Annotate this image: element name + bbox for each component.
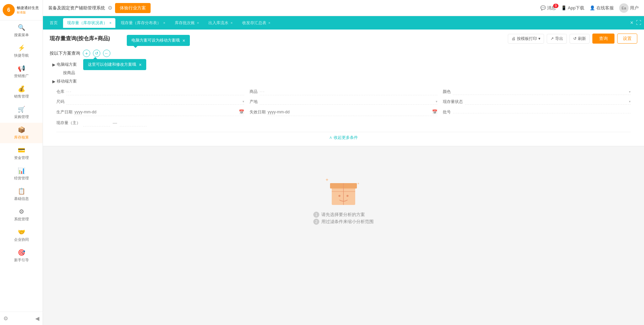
sidebar-item-system[interactable]: ⚙ 系统管理 (0, 205, 43, 225)
produce-date-input-wrap[interactable]: 📅 (74, 108, 244, 116)
app-download-action[interactable]: 📱 App下载 (561, 5, 584, 11)
origin-select[interactable]: ▾ (260, 99, 437, 105)
sidebar-item-finance[interactable]: 💳 资金管理 (0, 143, 43, 164)
expiry-date-calendar-icon[interactable]: 📅 (432, 109, 437, 114)
settings-button[interactable]: 设置 (617, 34, 637, 44)
desktop-tooltip-close[interactable]: × (182, 38, 185, 43)
tab-in-out-flow[interactable]: 出入库流水 × (204, 18, 236, 28)
industry-button[interactable]: 体验行业方案 (115, 3, 151, 13)
tab-inventory-status[interactable]: 现存量（库存状况表） × (63, 18, 115, 28)
sidebar-label-finance: 资金管理 (14, 155, 29, 160)
produce-date-input[interactable] (74, 110, 237, 114)
inventory-nav-icon: 📦 (18, 126, 25, 133)
sidebar-item-guide[interactable]: 🎯 新手引导 (0, 246, 43, 266)
svg-point-5 (346, 195, 348, 197)
range-separator: — (113, 120, 117, 125)
search-nav-icon: 🔍 (18, 24, 25, 31)
stock-range-max-input[interactable] (120, 119, 147, 126)
filter-section: 按以下方案查询 + ↺ ← 电脑方案可设为移动方案哦 × 这里可以创建和修改方案… (50, 47, 637, 86)
user-action[interactable]: Ea 用户 (619, 3, 639, 13)
color-select[interactable]: ▾ (453, 89, 631, 95)
sidebar: 6 畅捷通好生意 标准版 🔍 搜索菜单 ⚡ 快捷导航 📢 营销推广 💰 销售管理… (0, 0, 43, 325)
svg-text:✦: ✦ (357, 182, 360, 185)
warehouse-input[interactable]: ··· (66, 88, 244, 95)
tab-close-inventory-dist[interactable]: × (163, 21, 165, 25)
export-button[interactable]: ↗ 导出 (547, 34, 567, 44)
product-label: 商品 (250, 89, 258, 95)
tab-collect-summary-label: 收发存汇总表 (242, 20, 266, 26)
sidebar-item-purchase[interactable]: 🛒 采购管理 (0, 102, 43, 123)
empty-tips: 1 请先选择要分析的方案 2 用过滤条件来缩小分析范围 (313, 211, 374, 226)
product-dots: ··· (260, 89, 265, 94)
marketing-nav-icon: 📢 (18, 65, 25, 72)
refresh-icon: ↺ (573, 36, 577, 41)
stock-range-min-input[interactable] (83, 119, 110, 126)
sidebar-item-nav[interactable]: ⚡ 快捷导航 (0, 41, 43, 61)
product-input[interactable]: ··· (260, 88, 437, 95)
print-button[interactable]: 🖨 按模板打印 ▾ (508, 34, 544, 44)
color-label: 颜色 (443, 89, 451, 95)
tab-close-all-icon[interactable]: × (630, 20, 633, 26)
sidebar-item-base[interactable]: 📋 基础信息 (0, 184, 43, 205)
tab-expand-icon[interactable]: ⛶ (636, 20, 641, 26)
main-area: 装备及固定资产辅助管理系统 ⚙ 体验行业方案 💬 消息 9 📱 App下载 👤 … (43, 0, 644, 325)
scheme-mobile[interactable]: ▶ 移动端方案 (50, 77, 637, 86)
tab-home[interactable]: 首页 (46, 18, 62, 28)
produce-date-calendar-icon[interactable]: 📅 (239, 109, 244, 114)
sidebar-bottom: ⚙ ◀ (0, 312, 43, 325)
tab-close-collect-summary[interactable]: × (268, 21, 270, 25)
collapse-button[interactable]: ∧ 收起更多条件 (56, 132, 631, 143)
filter-add-button[interactable]: + (83, 50, 90, 57)
expiry-date-input[interactable] (268, 110, 431, 114)
service-icon: 👤 (590, 5, 595, 10)
tab-inventory-dist[interactable]: 现存量（库存分布表） × (117, 18, 169, 28)
sidebar-item-sales[interactable]: 💰 销售管理 (0, 82, 43, 102)
tab-batch-account[interactable]: 库存批次账 × (171, 18, 203, 28)
refresh-button[interactable]: ↺ 刷新 (570, 34, 590, 44)
settings-bottom-icon[interactable]: ⚙ (3, 315, 8, 322)
filter-fields-area: 仓库 ··· 商品 ··· 颜色 (50, 86, 637, 146)
collapse-sidebar-icon[interactable]: ◀ (35, 315, 39, 322)
size-select[interactable]: ▾ (66, 99, 244, 105)
header-right: 💬 消息 9 📱 App下载 👤 在线客服 Ea 用户 (540, 3, 639, 13)
online-service-action[interactable]: 👤 在线客服 (590, 5, 614, 11)
tab-close-inventory-status[interactable]: × (109, 21, 111, 25)
tab-home-label: 首页 (50, 20, 58, 26)
tab-collect-summary[interactable]: 收发存汇总表 × (238, 18, 274, 28)
system-title: 装备及固定资产辅助管理系统 (48, 5, 105, 11)
field-produce-date: 生产日期 📅 (56, 108, 244, 116)
edit-tooltip-text: 这里可以创建和修改方案哦 (88, 62, 136, 67)
sales-nav-icon: 💰 (18, 85, 25, 93)
batch-num-input[interactable] (453, 111, 631, 113)
nav-nav-icon: ⚡ (18, 44, 25, 52)
sidebar-label-inventory: 库存核算 (14, 135, 29, 140)
filter-arrow-button[interactable]: ← (103, 50, 110, 57)
edit-tooltip-close[interactable]: × (139, 62, 142, 67)
sidebar-label-marketing: 营销推广 (14, 73, 29, 78)
sidebar-item-search[interactable]: 🔍 搜索菜单 (0, 20, 43, 41)
sidebar-label-guide: 新手引导 (14, 258, 29, 263)
guide-nav-icon: 🎯 (18, 249, 25, 256)
expiry-date-label: 失效日期 (250, 109, 266, 115)
query-button[interactable]: 查询 (592, 34, 614, 44)
message-action[interactable]: 💬 消息 9 (540, 5, 556, 11)
sidebar-item-enterprise[interactable]: 🤝 企业协同 (0, 225, 43, 246)
logo-area: 6 畅捷通好生意 标准版 (0, 0, 43, 20)
filter-header: 按以下方案查询 + ↺ ← 电脑方案可设为移动方案哦 × 这里可以创建和修改方案… (50, 50, 637, 57)
expiry-date-input-wrap[interactable]: 📅 (268, 108, 437, 116)
print-chevron-icon: ▾ (538, 36, 540, 41)
sidebar-item-operations[interactable]: 📊 经营管理 (0, 164, 43, 184)
field-size: 尺码 ▾ (56, 99, 244, 105)
logo-badge: 标准版 (17, 10, 39, 15)
gear-icon[interactable]: ⚙ (108, 5, 112, 11)
tab-close-batch-account[interactable]: × (197, 21, 199, 25)
stock-status-select[interactable]: ▾ (465, 99, 631, 105)
tab-close-in-out-flow[interactable]: × (230, 21, 232, 25)
empty-svg: ✦ ✦ (323, 173, 364, 207)
sidebar-item-marketing[interactable]: 📢 营销推广 (0, 61, 43, 82)
filter-refresh-button[interactable]: ↺ (93, 50, 100, 57)
scheme-mobile-arrow: ▶ (52, 79, 55, 84)
tip-item-1: 1 请先选择要分析的方案 (313, 212, 374, 218)
sidebar-item-inventory[interactable]: 📦 库存核算 (0, 123, 43, 143)
page-actions: 🖨 按模板打印 ▾ ↗ 导出 ↺ 刷新 查询 设置 (508, 34, 637, 44)
